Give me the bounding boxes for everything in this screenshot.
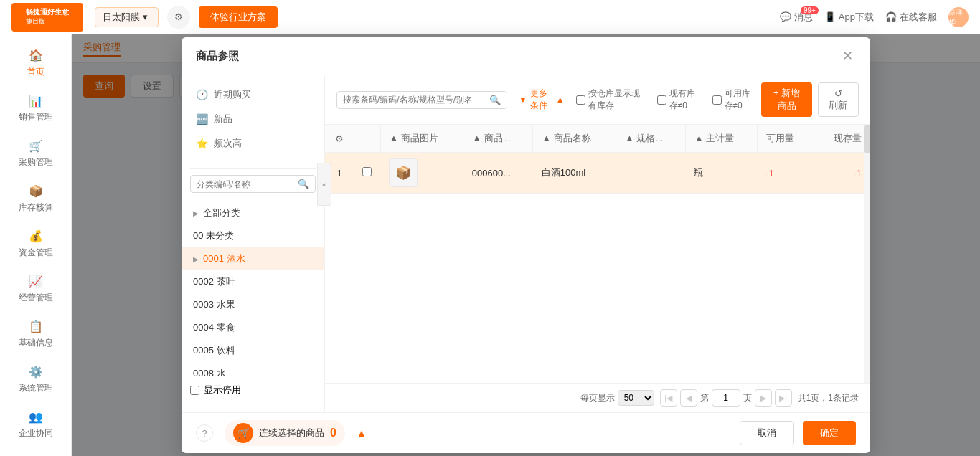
- branch-selector[interactable]: 日太阳膜 ▾: [95, 7, 159, 27]
- last-page-btn[interactable]: ▶|: [775, 389, 792, 407]
- product-reference-modal: 商品参照 ✕ 🕐 近期购买 🆕: [182, 37, 870, 453]
- sidebar-item-system[interactable]: ⚙️ 系统管理: [0, 356, 71, 402]
- sidebar: 🏠 首页 📊 销售管理 🛒 采购管理 📦 库存核算 💰 资金管理 📈 经营管理 …: [0, 34, 72, 456]
- main-layout: 🏠 首页 📊 销售管理 🛒 采购管理 📦 库存核算 💰 资金管理 📈 经营管理 …: [0, 34, 980, 456]
- exp-btn[interactable]: 体验行业方案: [199, 6, 278, 28]
- category-0005[interactable]: 0005 饮料: [182, 339, 324, 362]
- page-navigation: |◀ ◀ 第 页 ▶ ▶|: [660, 389, 792, 407]
- category-search-input[interactable]: [197, 179, 295, 189]
- nonzero-stock-label[interactable]: 现有库存≠0: [657, 87, 701, 112]
- quick-tabs: 🕐 近期购买 🆕 新品 ⭐ 频次高: [182, 84, 324, 154]
- col-check: [354, 125, 380, 153]
- show-disabled-checkbox[interactable]: [190, 386, 199, 395]
- col-stock: 现存量: [814, 125, 870, 153]
- col-unit[interactable]: ▲ 主计量: [685, 125, 757, 153]
- table-header-row: ⚙ ▲ 商品图片 ▲ 商品...: [325, 125, 870, 153]
- user-avatar[interactable]: 徐泽华: [948, 7, 969, 27]
- cart-area[interactable]: 🛒 连续选择的商品 0: [225, 420, 345, 446]
- row-spec: [616, 153, 685, 194]
- col-code[interactable]: ▲ 商品...: [463, 125, 533, 153]
- right-panel: 🔍 ▼ 更多条件 ▲ 按仓库显示现有库存: [325, 75, 870, 412]
- refresh-button[interactable]: ↺ 刷新: [818, 82, 859, 117]
- col-settings[interactable]: ⚙: [325, 125, 354, 153]
- col-spec[interactable]: ▲ 规格...: [616, 125, 685, 153]
- left-panel: 🕐 近期购买 🆕 新品 ⭐ 频次高: [182, 75, 325, 412]
- divider: [190, 168, 316, 169]
- page-size-select[interactable]: 20 50 100: [618, 390, 654, 406]
- product-table: ⚙ ▲ 商品图片 ▲ 商品...: [325, 125, 870, 194]
- category-0001[interactable]: ▶ 0001 酒水: [182, 247, 324, 270]
- collapse-arrow-btn[interactable]: ▲: [357, 427, 367, 439]
- row-checkbox[interactable]: [362, 167, 372, 176]
- page-size-selector[interactable]: 每页显示 20 50 100: [580, 390, 654, 406]
- search-icon[interactable]: 🔍: [298, 179, 309, 189]
- sidebar-item-inventory[interactable]: 📦 库存核算: [0, 176, 71, 221]
- sidebar-item-enterprise[interactable]: 👥 企业协同: [0, 402, 71, 447]
- scrollbar-thumb[interactable]: [864, 125, 870, 153]
- product-search-input[interactable]: [343, 95, 486, 105]
- sales-icon: 📊: [28, 92, 44, 108]
- confirm-button[interactable]: 确定: [803, 421, 856, 445]
- sidebar-item-home[interactable]: 🏠 首页: [0, 40, 71, 85]
- page-number-input[interactable]: [712, 389, 740, 407]
- category-00[interactable]: 00 未分类: [182, 224, 324, 247]
- rp-toolbar: 🔍 ▼ 更多条件 ▲ 按仓库显示现有库存: [325, 75, 870, 125]
- prev-page-btn[interactable]: ◀: [680, 389, 697, 407]
- basic-info-icon: 📋: [28, 318, 44, 334]
- next-page-btn[interactable]: ▶: [755, 389, 772, 407]
- tab-new[interactable]: 🆕 新品: [190, 108, 316, 130]
- category-0002[interactable]: 0002 茶叶: [182, 270, 324, 293]
- phone-icon: 📱: [824, 11, 836, 22]
- panel-collapse-btn[interactable]: «: [317, 163, 331, 206]
- sidebar-item-operations[interactable]: 📈 经营管理: [0, 266, 71, 311]
- modal-header: 商品参照 ✕: [182, 37, 870, 75]
- available-stock-checkbox[interactable]: [712, 95, 722, 105]
- col-image: ▲ 商品图片: [380, 125, 463, 153]
- app-logo: 畅捷通好生意 捷目版: [11, 3, 83, 32]
- product-image: 📦: [389, 158, 418, 187]
- sidebar-item-purchase[interactable]: 🛒 采购管理: [0, 130, 71, 176]
- tab-frequent[interactable]: ⭐ 频次高: [190, 133, 316, 154]
- help-button[interactable]: ?: [196, 424, 213, 442]
- scrollbar-track[interactable]: [864, 125, 870, 383]
- first-page-btn[interactable]: |◀: [660, 389, 677, 407]
- rp-actions: + 新增商品 ↺ 刷新: [761, 82, 859, 117]
- system-icon: ⚙️: [28, 364, 44, 379]
- sidebar-item-guide[interactable]: 🎯 新手引导: [0, 447, 71, 456]
- table-row[interactable]: 1 📦 000600... 白酒100ml: [325, 153, 870, 194]
- category-list: ▶ 全部分类 00 未分类 ▶ 0001 酒水 0002 茶: [182, 201, 324, 376]
- row-available: -1: [757, 153, 814, 194]
- cancel-button[interactable]: 取消: [740, 421, 794, 445]
- sort-icon: ▲: [694, 133, 704, 143]
- warehouse-stock-checkbox[interactable]: [576, 95, 585, 105]
- avatar: 徐泽华: [948, 7, 969, 27]
- category-0008[interactable]: 0008 水: [182, 362, 324, 376]
- online-service-btn[interactable]: 🎧 在线客服: [885, 11, 937, 24]
- settings-icon[interactable]: ⚙: [167, 6, 190, 29]
- row-check[interactable]: [354, 153, 380, 194]
- messages-btn[interactable]: 💬 消息 99+: [780, 11, 813, 24]
- warehouse-stock-label[interactable]: 按仓库显示现有库存: [576, 87, 646, 112]
- pagination: 每页显示 20 50 100 |◀ ◀ 第: [325, 383, 870, 412]
- category-search[interactable]: 🔍: [190, 175, 316, 193]
- modal-close-button[interactable]: ✕: [839, 47, 856, 65]
- nonzero-stock-checkbox[interactable]: [657, 95, 666, 105]
- expand-icon: ▶: [193, 209, 199, 217]
- category-0003[interactable]: 0003 水果: [182, 293, 324, 316]
- tab-recent[interactable]: 🕐 近期购买: [190, 84, 316, 105]
- category-all[interactable]: ▶ 全部分类: [182, 201, 324, 224]
- available-stock-label[interactable]: 可用库存≠0: [712, 87, 756, 112]
- app-download-btn[interactable]: 📱 App下载: [824, 11, 874, 24]
- sidebar-item-basic-info[interactable]: 📋 基础信息: [0, 311, 71, 356]
- sidebar-item-sales[interactable]: 📊 销售管理: [0, 85, 71, 130]
- filter-btn[interactable]: ▼ 更多条件 ▲: [513, 85, 570, 115]
- sidebar-item-finance[interactable]: 💰 资金管理: [0, 221, 71, 266]
- row-code: 000600...: [463, 153, 533, 194]
- search-icon[interactable]: 🔍: [489, 95, 501, 105]
- col-name[interactable]: ▲ 商品名称: [533, 125, 616, 153]
- category-0004[interactable]: 0004 零食: [182, 316, 324, 339]
- navbar-right: 💬 消息 99+ 📱 App下载 🎧 在线客服 徐泽华: [780, 7, 969, 27]
- expand-icon-0001: ▶: [193, 255, 199, 263]
- product-search[interactable]: 🔍: [336, 91, 507, 109]
- add-product-button[interactable]: + 新增商品: [761, 82, 811, 117]
